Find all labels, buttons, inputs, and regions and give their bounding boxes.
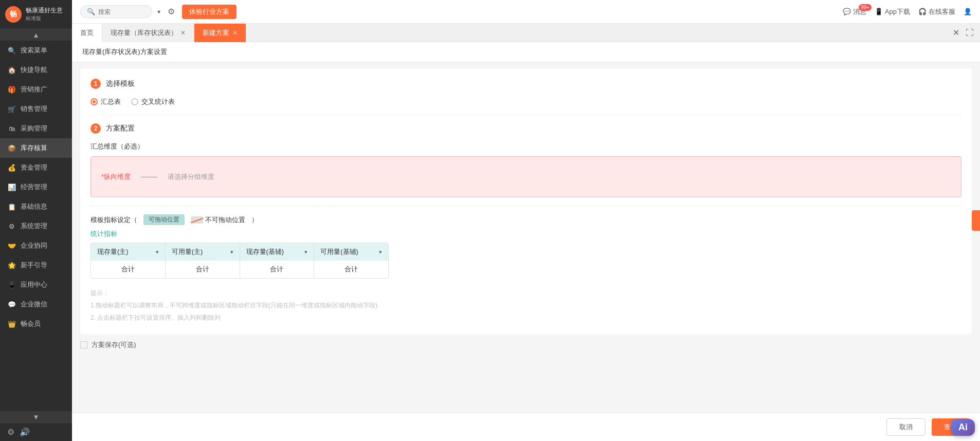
sidebar-item-label: 基础信息 <box>21 202 47 211</box>
topbar-search-box[interactable]: 🔍 <box>80 5 152 18</box>
tip-2: 2. 点击标题栏下拉可设置排序、插入列和删除列 <box>90 314 221 321</box>
step1-header: 1 选择模板 <box>90 79 961 89</box>
settings-icon[interactable]: ⚙ <box>7 427 14 437</box>
tab-new-scheme[interactable]: 新建方案 ✕ <box>194 24 246 42</box>
tip-1: 1.拖动标题栏可以调整布局，不可跨维度或指标区域拖动栏目字段(只能在同一维度或指… <box>90 302 377 309</box>
right-edge-btn[interactable] <box>972 210 980 231</box>
page-content: 现存量(库存状况表)方案设置 1 选择模板 汇总表 交叉统计表 <box>72 42 980 413</box>
tab-maximize-btn[interactable]: ⛶ <box>964 27 976 39</box>
dimension-arrow: —— <box>141 172 157 181</box>
main-area: 🔍 ▾ ⚙ 体验行业方案 💬 消息 99+ 📱 App下载 🎧 在线客服 👤 <box>72 0 980 441</box>
stat-col-0-dropdown[interactable]: ▾ <box>156 249 159 255</box>
sidebar-item-new-guide[interactable]: 🌟 新手引导 <box>0 255 72 275</box>
footer: 取消 查询 <box>72 413 980 441</box>
cancel-button[interactable]: 取消 <box>886 418 925 436</box>
tab-new-scheme-close[interactable]: ✕ <box>232 29 238 36</box>
sidebar-item-finance[interactable]: 💰 资金管理 <box>0 158 72 177</box>
search-menu-icon: 🔍 <box>7 46 16 55</box>
save-row: 方案保存(可选) <box>80 340 972 350</box>
save-scheme-checkbox[interactable] <box>80 341 87 348</box>
user-avatar[interactable]: 👤 <box>964 8 972 15</box>
sidebar-item-marketing[interactable]: 🎁 营销推广 <box>0 80 72 99</box>
sidebar-item-sales[interactable]: 🛒 销售管理 <box>0 99 72 119</box>
speaker-icon[interactable]: 🔊 <box>20 427 30 437</box>
sidebar-scroll-up[interactable]: ▲ <box>0 29 72 41</box>
topbar: 🔍 ▾ ⚙ 体验行业方案 💬 消息 99+ 📱 App下载 🎧 在线客服 👤 <box>72 0 980 24</box>
tab-close-window-btn[interactable]: ✕ <box>951 27 961 39</box>
sidebar-item-wechat[interactable]: 💬 企业微信 <box>0 295 72 314</box>
tab-home-label: 首页 <box>80 28 94 38</box>
app-name: 畅康通好生意 <box>26 7 63 15</box>
ai-badge[interactable]: Ai <box>951 419 975 436</box>
topbar-search-input[interactable] <box>98 8 144 15</box>
topbar-dropdown-arrow[interactable]: ▾ <box>157 8 160 15</box>
no-drag-indicator: 不可拖动位置 <box>191 215 245 225</box>
stat-col-2-header[interactable]: 现存量(基辅) ▾ <box>240 243 315 261</box>
sidebar-item-label: 快捷导航 <box>21 65 47 75</box>
save-scheme-label: 方案保存(可选) <box>92 340 136 350</box>
new-guide-icon: 🌟 <box>7 261 16 270</box>
tips-section: 提示： 1.拖动标题栏可以调整布局，不可跨维度或指标区域拖动栏目字段(只能在同一… <box>90 287 961 324</box>
stat-col-0-data: 合计 <box>91 261 166 278</box>
vertical-dim-label: *纵向维度 <box>101 172 131 181</box>
sidebar-item-label: 搜索菜单 <box>21 46 47 55</box>
sidebar-item-system[interactable]: ⚙ 系统管理 <box>0 216 72 236</box>
stat-col-3-dropdown[interactable]: ▾ <box>379 249 382 255</box>
strikethrough-icon <box>191 216 203 224</box>
messages-badge: 99+ <box>859 4 872 11</box>
sidebar-item-operations[interactable]: 📊 经营管理 <box>0 177 72 197</box>
summary-dimension-label: 汇总维度（必选） <box>90 142 961 151</box>
tabbar-actions: ✕ ⛶ <box>951 27 980 39</box>
sales-icon: 🛒 <box>7 104 16 114</box>
tips-title: 提示： <box>90 289 109 297</box>
step-divider <box>90 115 961 115</box>
operations-icon: 📊 <box>7 182 16 192</box>
sidebar-item-label: 新手引导 <box>21 261 47 270</box>
finance-icon: 💰 <box>7 163 16 172</box>
page-header: 现存量(库存状况表)方案设置 <box>72 42 980 62</box>
inventory-icon: 📦 <box>7 143 16 153</box>
sidebar-item-purchase[interactable]: 🛍 采购管理 <box>0 119 72 138</box>
sidebar-item-label: 资金管理 <box>21 163 47 172</box>
stat-table-header: 现存量(主) ▾ 可用量(主) ▾ 现存量(基辅) ▾ 可用量(基辅) ▾ <box>91 243 388 261</box>
trial-btn[interactable]: 体验行业方案 <box>182 5 237 19</box>
app-download-label: App下载 <box>885 7 910 16</box>
stat-col-1-header[interactable]: 可用量(主) ▾ <box>166 243 240 261</box>
sidebar-item-inventory[interactable]: 📦 库存核算 <box>0 138 72 158</box>
stat-col-2-dropdown[interactable]: ▾ <box>304 249 307 255</box>
sidebar-item-label: 采购管理 <box>21 124 47 133</box>
sidebar-item-label: 系统管理 <box>21 222 47 231</box>
membership-icon: 👑 <box>7 319 16 328</box>
stat-col-1-data: 合计 <box>166 261 240 278</box>
dimension-box[interactable]: *纵向维度 —— 请选择分组维度 <box>90 156 961 197</box>
tab-home[interactable]: 首页 <box>72 24 102 42</box>
marketing-icon: 🎁 <box>7 85 16 94</box>
stat-col-3-header[interactable]: 可用量(基辅) ▾ <box>314 243 388 261</box>
radio-cross[interactable]: 交叉统计表 <box>131 97 175 106</box>
stat-col-0-header[interactable]: 现存量(主) ▾ <box>91 243 166 261</box>
tab-inventory-status[interactable]: 现存量（库存状况表） ✕ <box>102 24 194 42</box>
app-download-btn[interactable]: 📱 App下载 <box>875 7 910 16</box>
tab-new-scheme-label: 新建方案 <box>203 28 229 38</box>
sidebar-item-app-center[interactable]: 📱 应用中心 <box>0 275 72 295</box>
stat-col-3-data: 合计 <box>314 261 388 278</box>
sidebar-nav: 🔍 搜索菜单 🏠 快捷导航 🎁 营销推广 🛒 销售管理 🛍 采购管理 📦 库存核… <box>0 41 72 411</box>
sidebar-scroll-down[interactable]: ▼ <box>0 411 72 422</box>
message-icon: 💬 <box>843 8 851 15</box>
page-title: 现存量(库存状况表)方案设置 <box>82 48 167 56</box>
stat-col-1-label: 可用量(主) <box>172 247 203 256</box>
sidebar-item-company[interactable]: 🤝 企业协同 <box>0 236 72 255</box>
company-icon: 🤝 <box>7 241 16 250</box>
sidebar-item-membership[interactable]: 👑 畅会员 <box>0 314 72 334</box>
online-service-btn[interactable]: 🎧 在线客服 <box>918 7 955 16</box>
messages-btn[interactable]: 💬 消息 99+ <box>843 7 866 16</box>
indicator-setting-close-paren: ） <box>251 215 258 225</box>
sidebar-item-label: 销售管理 <box>21 104 47 114</box>
topbar-gear-icon[interactable]: ⚙ <box>168 7 175 16</box>
stat-col-1-dropdown[interactable]: ▾ <box>230 249 233 255</box>
radio-summary[interactable]: 汇总表 <box>90 97 121 106</box>
sidebar-item-basic-info[interactable]: 📋 基础信息 <box>0 197 72 216</box>
sidebar-item-search-menu[interactable]: 🔍 搜索菜单 <box>0 41 72 60</box>
tab-inventory-status-close[interactable]: ✕ <box>180 29 186 36</box>
sidebar-item-quick-nav[interactable]: 🏠 快捷导航 <box>0 60 72 80</box>
